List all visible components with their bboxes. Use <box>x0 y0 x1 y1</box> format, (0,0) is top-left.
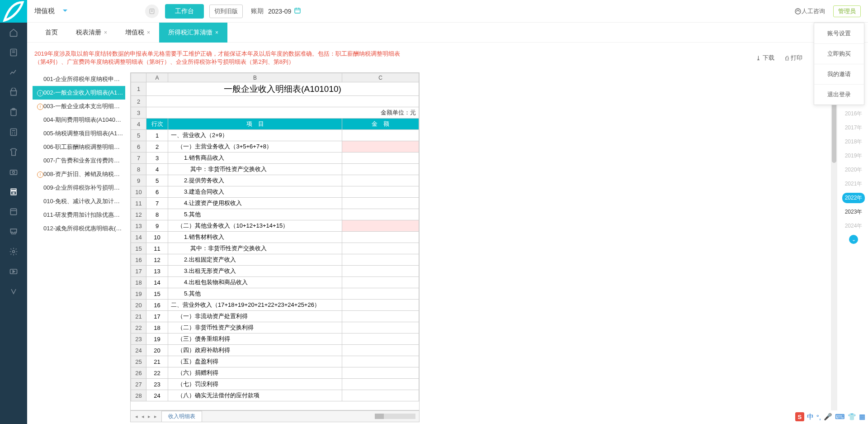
nav-archive-icon[interactable] <box>0 202 27 222</box>
ime-keyboard-icon[interactable]: ⌨ <box>835 413 845 421</box>
ime-lang[interactable]: 中 <box>807 413 814 421</box>
nav-inbox-icon[interactable] <box>0 222 27 242</box>
form-item-003[interactable]: 003-一般企业成本支出明细… <box>33 100 125 113</box>
form-item-001[interactable]: 001-企业所得税年度纳税申… <box>33 72 125 86</box>
spreadsheet: ABC1一般企业收入明细表(A101010)23金额单位：元4行次项 目金 额5… <box>130 72 420 410</box>
form-item-002[interactable]: 002-一般企业收入明细表(A1… <box>33 86 125 100</box>
nav-shirt-icon[interactable] <box>0 142 27 162</box>
year-2022年[interactable]: 2022年 <box>842 193 865 203</box>
form-item-012[interactable]: 012-减免所得税优惠明细表(… <box>33 222 125 235</box>
usermenu-退出登录[interactable]: 退出登录 <box>814 84 864 105</box>
year-2016年[interactable]: 2016年 <box>842 109 865 119</box>
form-item-005[interactable]: 005-纳税调整项目明细表(A1… <box>33 127 125 140</box>
form-item-006[interactable]: 006-职工薪酬纳税调整明细… <box>33 140 125 154</box>
tab-税表清册[interactable]: 税表清册× <box>67 23 116 43</box>
nav-cash-icon[interactable] <box>0 162 27 182</box>
warn-icon <box>37 103 43 110</box>
top-bar: 增值税 工作台 切到旧版 账期 2023-09 人工咨询 管理员 <box>27 0 868 23</box>
form-item-011[interactable]: 011-研发费用加计扣除优惠… <box>33 208 125 222</box>
svg-point-7 <box>13 251 15 253</box>
nav-bag-icon[interactable] <box>0 82 27 102</box>
left-nav <box>0 0 27 424</box>
year-2017年[interactable]: 2017年 <box>842 123 865 133</box>
page-tabs: 首页税表清册×增值税×所得税汇算清缴× <box>27 23 868 43</box>
form-item-label: 011-研发费用加计扣除优惠… <box>43 211 120 219</box>
year-2020年[interactable]: 2020年 <box>842 165 865 175</box>
year-selector: 2016年2017年2018年2019年2020年2021年2022年2023年… <box>842 109 865 244</box>
svg-rect-10 <box>295 8 300 13</box>
svg-point-5 <box>13 171 15 173</box>
warn-icon <box>37 89 43 96</box>
ime-bar: S 中 °, 🎤 ⌨ 👕 ▦ <box>795 412 865 421</box>
period-value[interactable]: 2023-09 <box>268 8 291 15</box>
form-item-label: 002-一般企业收入明细表(A1… <box>43 89 123 97</box>
form-item-004[interactable]: 004-期间费用明细表(A1040… <box>33 113 125 127</box>
close-icon[interactable]: × <box>147 29 150 36</box>
nav-calc-icon[interactable] <box>0 122 27 142</box>
nav-gear-icon[interactable] <box>0 242 27 262</box>
form-item-label: 006-职工薪酬纳税调整明细… <box>43 143 120 151</box>
tab-首页[interactable]: 首页 <box>36 23 67 43</box>
year-2021年[interactable]: 2021年 <box>842 179 865 189</box>
download-action[interactable]: ⤓ 下载 <box>756 54 774 62</box>
vertical-scrollbar[interactable] <box>831 72 837 410</box>
round-toggle-icon[interactable] <box>145 5 159 18</box>
usermenu-我的邀请[interactable]: 我的邀请 <box>814 64 864 84</box>
calendar-icon[interactable] <box>294 7 301 16</box>
usermenu-立即购买[interactable]: 立即购买 <box>814 43 864 64</box>
tab-所得税汇算清缴[interactable]: 所得税汇算清缴× <box>159 23 227 43</box>
svg-point-11 <box>795 9 801 14</box>
tab-增值税[interactable]: 增值税× <box>116 23 159 43</box>
notice-bar: 2019年度涉及取以前年度结转数据的申报表单元格需要手工维护正确，才能保证本年及… <box>34 48 832 68</box>
period-label: 账期 <box>251 7 264 15</box>
close-icon[interactable]: × <box>215 29 218 36</box>
close-icon[interactable]: × <box>104 29 107 36</box>
nav-chart-icon[interactable] <box>0 62 27 82</box>
ime-skin-icon[interactable]: 👕 <box>848 413 856 421</box>
nav-video-icon[interactable] <box>0 262 27 281</box>
module-dropdown[interactable]: 增值税 <box>34 7 55 15</box>
form-item-008[interactable]: 008-资产折旧、摊销及纳税… <box>33 167 125 181</box>
form-item-010[interactable]: 010-免税、减计收入及加计… <box>33 195 125 208</box>
nav-home-icon[interactable] <box>0 23 27 43</box>
nav-tax-icon[interactable] <box>0 182 27 202</box>
print-action[interactable]: ⎙ 打印 <box>785 54 802 62</box>
sheet-name-tab[interactable]: 收入明细表 <box>161 411 202 422</box>
year-2018年[interactable]: 2018年 <box>842 137 865 147</box>
horizontal-scrollbar[interactable] <box>375 414 415 419</box>
form-item-label: 007-广告费和业务宣传费跨… <box>43 157 120 165</box>
usermenu-账号设置[interactable]: 账号设置 <box>814 23 864 43</box>
form-item-009[interactable]: 009-企业所得税弥补亏损明… <box>33 181 125 195</box>
workbench-button[interactable]: 工作台 <box>165 4 204 19</box>
form-item-label: 004-期间费用明细表(A1040… <box>43 116 121 124</box>
ime-punct-icon[interactable]: °, <box>816 413 821 421</box>
form-list: 001-企业所得税年度纳税申…002-一般企业收入明细表(A1…003-一般企业… <box>33 72 125 415</box>
form-item-label: 012-减免所得税优惠明细表(… <box>43 224 122 233</box>
nav-clipboard-icon[interactable] <box>0 102 27 122</box>
form-item-007[interactable]: 007-广告费和业务宣传费跨… <box>33 154 125 167</box>
warn-icon <box>37 171 43 178</box>
svg-rect-3 <box>10 129 16 136</box>
nav-v-icon[interactable] <box>0 281 27 301</box>
svg-rect-4 <box>10 170 17 175</box>
form-item-label: 010-免税、减计收入及加计… <box>43 197 120 205</box>
year-2023年[interactable]: 2023年 <box>842 207 865 217</box>
admin-badge[interactable]: 管理员 <box>833 5 861 17</box>
app-logo[interactable] <box>0 0 27 23</box>
consult-link[interactable]: 人工咨询 <box>794 7 825 15</box>
ime-mic-icon[interactable]: 🎤 <box>824 413 832 421</box>
form-item-label: 009-企业所得税弥补亏损明… <box>43 184 120 192</box>
form-item-label: 008-资产折旧、摊销及纳税… <box>43 170 120 178</box>
year-2019年[interactable]: 2019年 <box>842 151 865 161</box>
year-more-icon[interactable]: ⌄ <box>849 235 858 244</box>
nav-doc-icon[interactable] <box>0 43 27 62</box>
year-2024年[interactable]: 2024年 <box>842 221 865 231</box>
switch-old-button[interactable]: 切到旧版 <box>209 5 243 18</box>
user-menu: 账号设置立即购买我的邀请退出登录 <box>814 23 864 105</box>
form-item-label: 001-企业所得税年度纳税申… <box>43 75 120 83</box>
svg-rect-6 <box>10 209 16 214</box>
sheet-nav-arrows[interactable]: ◂◂▸▸ <box>131 414 161 419</box>
ime-tool-icon[interactable]: ▦ <box>859 413 865 421</box>
form-item-label: 003-一般企业成本支出明细… <box>43 102 120 110</box>
ime-logo-icon: S <box>795 412 804 421</box>
